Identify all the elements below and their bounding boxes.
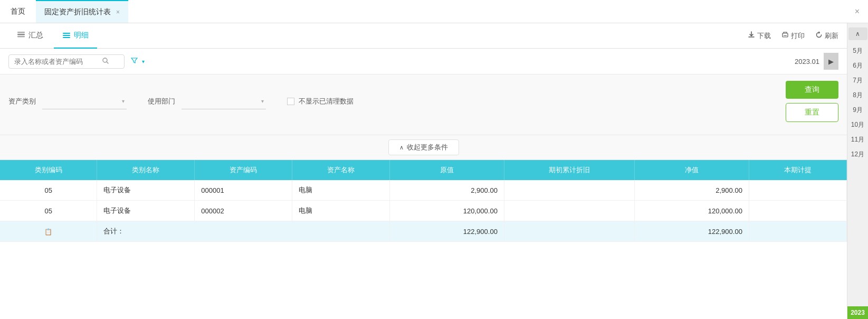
- asset-category-select[interactable]: ▾: [42, 93, 127, 109]
- search-icon: [102, 57, 109, 66]
- filter-buttons: 查询 重置: [786, 81, 838, 122]
- print-label: 打印: [791, 31, 805, 41]
- cell-net-value: 2,900.00: [635, 180, 749, 201]
- chevron-up-icon: ∧: [399, 144, 404, 151]
- svg-rect-0: [17, 34, 25, 35]
- svg-rect-1: [17, 36, 25, 37]
- exclude-cleared-filter[interactable]: 不显示已清理数据: [287, 97, 354, 106]
- table-row: 05 电子设备 000002 电脑 120,000.00 120,000.00: [0, 201, 847, 221]
- col-category-code: 类别编码: [0, 160, 97, 180]
- chevron-down-icon: ▾: [142, 59, 145, 64]
- sidebar-month-item[interactable]: 8月: [848, 88, 867, 102]
- tab-detail[interactable]: 明细: [54, 24, 97, 49]
- tab-summary[interactable]: 汇总: [8, 24, 52, 49]
- filter-icon: [131, 57, 138, 65]
- layers-icon: [17, 31, 25, 40]
- sidebar-month-item[interactable]: 10月: [848, 117, 867, 132]
- filter-panel: 资产类别 ▾ 使用部门 ▾ 不显示已清理数: [0, 74, 847, 135]
- nav-tab-active[interactable]: 固定资产折旧统计表 ×: [36, 0, 128, 23]
- total-accumulated-depreciation: [504, 221, 635, 242]
- cell-category-name: 电子设备: [97, 180, 195, 201]
- sidebar-month-item[interactable]: 5月: [848, 43, 867, 58]
- active-tab-label: 固定资产折旧统计表: [44, 7, 111, 17]
- refresh-button[interactable]: 刷新: [815, 31, 838, 41]
- sidebar-month-item[interactable]: 12月: [848, 147, 867, 162]
- left-panel: 汇总 明细: [0, 23, 847, 319]
- collapse-more-btn[interactable]: ∧ 收起更多条件: [388, 139, 459, 155]
- sidebar-month-item[interactable]: 7月: [848, 73, 867, 88]
- sidebar-month-item[interactable]: 9月: [848, 102, 867, 117]
- print-button[interactable]: 打印: [781, 31, 805, 41]
- sidebar-month-item[interactable]: 11月: [848, 132, 867, 147]
- chevron-down-icon: ▾: [122, 98, 125, 104]
- col-asset-code: 资产编码: [195, 160, 292, 180]
- total-original-value: 122,900.00: [390, 221, 504, 242]
- right-sidebar: ∧ 5月6月7月8月9月10月11月12月 2023: [847, 23, 868, 319]
- cell-original-value: 120,000.00: [390, 201, 504, 221]
- exclude-cleared-label: 不显示已清理数据: [299, 97, 354, 106]
- cell-asset-code: 000002: [195, 201, 292, 221]
- sidebar-month-item[interactable]: 6月: [848, 58, 867, 73]
- main-content: 汇总 明细: [0, 23, 868, 319]
- month-list: 5月6月7月8月9月10月11月12月: [848, 43, 867, 162]
- cell-net-value: 120,000.00: [635, 201, 749, 221]
- table-row: 05 电子设备 000001 电脑 2,900.00 2,900.00: [0, 180, 847, 201]
- asset-category-label: 资产类别: [8, 97, 38, 106]
- total-label-cell: 合计：: [97, 221, 390, 242]
- tab-summary-label: 汇总: [28, 31, 43, 40]
- toolbar-actions: 下载 打印: [748, 31, 838, 41]
- download-label: 下载: [757, 31, 771, 41]
- use-department-filter: 使用部门 ▾: [148, 93, 266, 109]
- col-net-value: 净值: [635, 160, 749, 180]
- cell-accumulated-depreciation: [504, 201, 635, 221]
- exclude-cleared-checkbox[interactable]: [287, 98, 294, 105]
- col-asset-name: 资产名称: [292, 160, 390, 180]
- collapse-label: 收起更多条件: [407, 143, 448, 152]
- print-icon: [781, 31, 789, 40]
- year-badge[interactable]: 2023: [847, 306, 869, 319]
- asset-category-filter: 资产类别 ▾: [8, 93, 127, 109]
- top-nav: 首页 固定资产折旧统计表 × ×: [0, 0, 868, 23]
- chevron-up-icon: ∧: [855, 30, 860, 37]
- filter-row: 资产类别 ▾ 使用部门 ▾ 不显示已清理数: [8, 81, 838, 122]
- col-original-value: 原值: [390, 160, 504, 180]
- close-tab-icon[interactable]: ×: [116, 8, 120, 16]
- refresh-icon: [815, 31, 823, 40]
- cell-current-depreciation: [749, 201, 846, 221]
- total-current-depreciation: [749, 221, 846, 242]
- query-button[interactable]: 查询: [786, 81, 838, 99]
- cell-original-value: 2,900.00: [390, 180, 504, 201]
- svg-rect-7: [784, 35, 787, 36]
- use-department-select[interactable]: ▾: [182, 93, 266, 109]
- sidebar-scroll-up[interactable]: ∧: [848, 27, 867, 40]
- download-icon: [748, 31, 755, 40]
- cell-asset-name: 电脑: [292, 201, 390, 221]
- col-current-depreciation: 本期计提: [749, 160, 846, 180]
- download-button[interactable]: 下载: [748, 31, 771, 41]
- col-category-name: 类别名称: [97, 160, 195, 180]
- total-icon-cell: 📋: [0, 221, 97, 242]
- tab-detail-label: 明细: [74, 31, 89, 40]
- cell-current-depreciation: [749, 180, 846, 201]
- svg-rect-3: [63, 33, 70, 34]
- table-body: 05 电子设备 000001 电脑 2,900.00 2,900.00 05 电…: [0, 180, 847, 242]
- close-window-icon[interactable]: ×: [855, 7, 860, 16]
- cell-asset-code: 000001: [195, 180, 292, 201]
- search-input-wrap[interactable]: [8, 54, 125, 69]
- table-total-row: 📋 合计： 122,900.00 122,900.00: [0, 221, 847, 242]
- svg-rect-5: [63, 37, 70, 38]
- more-conditions-btn[interactable]: ▾: [131, 57, 145, 65]
- reset-button[interactable]: 重置: [786, 103, 838, 122]
- svg-rect-6: [783, 33, 788, 37]
- date-display: 2023.01: [795, 58, 824, 65]
- cell-accumulated-depreciation: [504, 180, 635, 201]
- nav-home[interactable]: 首页: [0, 0, 36, 23]
- cell-category-code: 05: [0, 201, 97, 221]
- collapse-bar: ∧ 收起更多条件: [0, 135, 847, 160]
- data-table-wrap: 类别编码 类别名称 资产编码 资产名称 原值 期初累计折旧 净值 本期计提 05…: [0, 160, 847, 319]
- search-input[interactable]: [14, 58, 99, 65]
- list-icon: [62, 31, 71, 40]
- search-bar: ▾ 2023.01 ▶: [0, 49, 847, 74]
- date-nav-arrow[interactable]: ▶: [824, 53, 838, 70]
- toolbar-tabs: 汇总 明细: [0, 23, 847, 49]
